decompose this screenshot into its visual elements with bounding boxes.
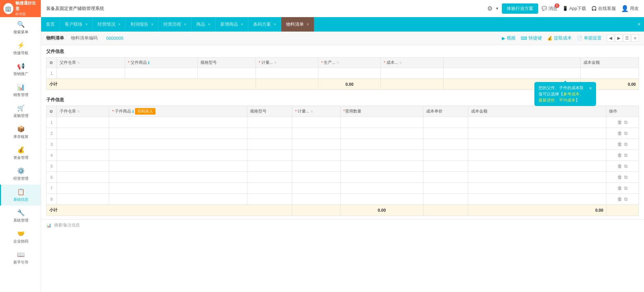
tab-close-goods[interactable]: × (208, 22, 210, 27)
child-unit-8[interactable] (292, 194, 340, 205)
child-qty-2[interactable] (340, 128, 423, 139)
sort-icon4[interactable]: ⇅ (399, 61, 402, 65)
copy-icon-5[interactable]: ⧉ (624, 163, 628, 169)
delete-icon-8[interactable]: 🗑 (617, 196, 622, 202)
child-unit-7[interactable] (292, 183, 340, 194)
child-unit-5[interactable] (292, 161, 340, 172)
sidebar-item-purchase[interactable]: 🛒 采购管理 (0, 101, 41, 122)
shortcut-action[interactable]: ⌨ 快捷键 (521, 35, 542, 41)
child-qty-6[interactable] (340, 172, 423, 183)
child-spec-6[interactable] (247, 172, 292, 183)
sort-icon[interactable]: ⇅ (77, 61, 80, 65)
sort-child-icon[interactable]: ⇅ (77, 109, 80, 113)
tab-profit[interactable]: 利润报告 × (126, 17, 159, 32)
settings-icon[interactable]: ⚙ (487, 5, 493, 12)
child-product-5[interactable] (109, 161, 247, 172)
child-qty-1[interactable] (340, 117, 423, 128)
user-action[interactable]: 👤 用友 (621, 5, 639, 12)
child-spec-4[interactable] (247, 150, 292, 161)
breadcrumb-bom[interactable]: 物料清单 (46, 35, 64, 41)
list-view-button[interactable]: ≡ (631, 34, 639, 42)
child-spec-2[interactable] (247, 128, 292, 139)
tab-close-bom[interactable]: × (307, 22, 309, 27)
copy-icon-1[interactable]: ⧉ (624, 119, 628, 125)
child-qty-7[interactable] (340, 183, 423, 194)
tab-history[interactable]: 经营历程 × (159, 17, 191, 32)
trial-button[interactable]: 体验行业方案 (502, 3, 538, 14)
child-product-2[interactable] (109, 128, 247, 139)
child-amount-3[interactable] (468, 139, 606, 150)
tab-close-customer[interactable]: × (85, 22, 88, 27)
sidebar-item-basic[interactable]: 📋 基础信息 (0, 185, 41, 206)
child-amount-7[interactable] (468, 183, 606, 194)
child-spec-1[interactable] (247, 117, 292, 128)
child-warehouse-7[interactable] (57, 183, 109, 194)
sort-icon2[interactable]: ⇅ (274, 61, 277, 65)
copy-icon-2[interactable]: ⧉ (624, 130, 628, 136)
tab-close-newgoods[interactable]: × (241, 22, 243, 27)
child-spec-8[interactable] (247, 194, 292, 205)
child-unit-3[interactable] (292, 139, 340, 150)
sort-icon3[interactable]: ⇅ (336, 61, 339, 65)
doc-settings-action[interactable]: 📄 单据设置 (577, 35, 602, 41)
sidebar-item-finance[interactable]: 💰 资金管理 (0, 143, 41, 164)
child-unit-4[interactable] (292, 150, 340, 161)
child-unit-1[interactable] (292, 117, 340, 128)
child-warehouse-8[interactable] (57, 194, 109, 205)
parent-col-settings[interactable]: ⚙ (47, 58, 57, 68)
child-amount-2[interactable] (468, 128, 606, 139)
sidebar-item-marketing[interactable]: 📢 营销推广 (0, 59, 41, 80)
delete-icon-4[interactable]: 🗑 (617, 152, 622, 158)
child-warehouse-6[interactable] (57, 172, 109, 183)
child-price-1[interactable] (423, 117, 468, 128)
child-warehouse-5[interactable] (57, 161, 109, 172)
extract-cost-action[interactable]: 💰 提取成本 (547, 35, 572, 41)
delete-icon-6[interactable]: 🗑 (617, 174, 622, 180)
parent-warehouse-1[interactable] (57, 68, 125, 79)
parent-cost-1[interactable] (381, 68, 444, 79)
child-col-settings[interactable]: ⚙ (47, 106, 57, 117)
info-icon[interactable]: ℹ (148, 60, 150, 65)
child-price-4[interactable] (423, 150, 468, 161)
sidebar-item-inventory[interactable]: 📦 库存核算 (0, 122, 41, 143)
scan-button[interactable]: 扫码录入 (135, 108, 156, 115)
sidebar-item-enterprise[interactable]: 🤝 企业协同 (0, 226, 41, 247)
child-warehouse-1[interactable] (57, 117, 109, 128)
child-info-icon[interactable]: ℹ (132, 109, 134, 114)
child-spec-7[interactable] (247, 183, 292, 194)
child-amount-6[interactable] (468, 172, 606, 183)
child-amount-8[interactable] (468, 194, 606, 205)
tab-home[interactable]: 首页 (41, 17, 60, 32)
tab-goods[interactable]: 商品 × (191, 17, 215, 32)
parent-amount-1[interactable] (580, 68, 639, 79)
child-qty-3[interactable] (340, 139, 423, 150)
sort-child-unit[interactable]: ⇅ (310, 109, 313, 113)
child-qty-5[interactable] (340, 161, 423, 172)
child-price-8[interactable] (423, 194, 468, 205)
delete-icon-5[interactable]: 🗑 (617, 163, 622, 169)
parent-production-1[interactable] (318, 68, 381, 79)
child-qty-8[interactable] (340, 194, 423, 205)
video-action[interactable]: ▶ 视频 (502, 35, 516, 41)
sidebar-item-search[interactable]: 🔍 搜索菜单 (0, 17, 41, 38)
child-warehouse-3[interactable] (57, 139, 109, 150)
child-price-6[interactable] (423, 172, 468, 183)
parent-unit-1[interactable] (256, 68, 318, 79)
parent-spec-1[interactable] (197, 68, 256, 79)
child-product-4[interactable] (109, 150, 247, 161)
child-spec-5[interactable] (247, 161, 292, 172)
tab-close-profit[interactable]: × (151, 22, 153, 27)
child-product-8[interactable] (109, 194, 247, 205)
copy-icon-3[interactable]: ⧉ (624, 141, 628, 147)
prev-button[interactable]: ◀ (607, 34, 614, 42)
copy-icon-7[interactable]: ⧉ (624, 185, 628, 191)
child-product-7[interactable] (109, 183, 247, 194)
copy-icon-6[interactable]: ⧉ (624, 174, 628, 180)
child-price-7[interactable] (423, 183, 468, 194)
copy-icon-4[interactable]: ⧉ (624, 152, 628, 158)
delete-icon-7[interactable]: 🗑 (617, 185, 622, 191)
child-product-3[interactable] (109, 139, 247, 150)
message-action[interactable]: 💬 消息 6 (542, 5, 557, 12)
delete-icon-1[interactable]: 🗑 (617, 119, 622, 125)
sidebar-item-guide[interactable]: 📖 新手引导 (0, 247, 41, 268)
